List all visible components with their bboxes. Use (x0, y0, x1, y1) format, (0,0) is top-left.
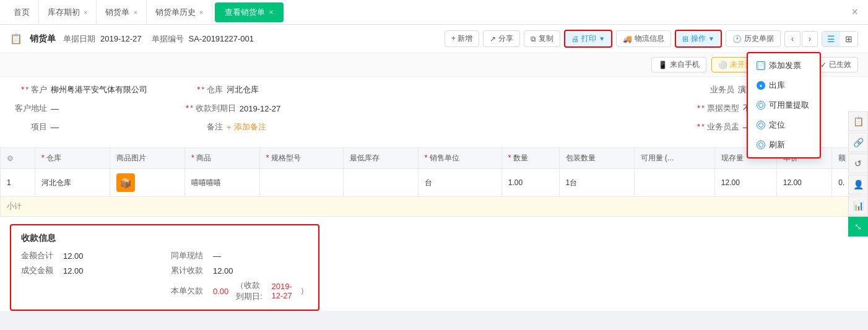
prev-record-button[interactable]: ‹ (784, 31, 801, 47)
side-icon-chart[interactable]: 📊 (848, 196, 868, 215)
warehouse-value: 河北仓库 (227, 84, 259, 95)
available-qty-icon (757, 101, 765, 110)
total-amount-label: 金额合计 (21, 250, 58, 261)
invoice-type-label: * 票据类型 (697, 103, 739, 114)
cell-stock: 12.00 (714, 169, 776, 197)
project-label: 项目 (10, 121, 47, 132)
new-button[interactable]: + 新增 (445, 30, 479, 47)
cumulative-value: 12.00 (213, 266, 233, 276)
col-warehouse: * 仓库 (35, 148, 110, 169)
col-available: 可用量 (... (634, 148, 714, 169)
history-button[interactable]: 🕐 历史单据 (726, 30, 781, 47)
arrears-value: 0.00 (213, 287, 228, 296)
cell-index: 1 (1, 169, 35, 197)
same-order-item: 同单现结 — (171, 250, 308, 261)
share-button[interactable]: ↗ 分享 (483, 30, 520, 47)
list-view-button[interactable]: ☰ (822, 32, 840, 46)
tab-view-sales-order[interactable]: 查看销货单 × (215, 2, 284, 22)
products-table: ⚙ * 仓库 商品图片 * 商品 * 规格型号 最低库存 * 销售单位 * 数量… (0, 147, 868, 217)
next-record-button[interactable]: › (802, 31, 818, 47)
tab-bar-close-button[interactable]: × (846, 6, 863, 19)
tab-sales-history[interactable]: 销货单历史 × (147, 0, 212, 25)
tab-inventory-init[interactable]: 库存期初 × (39, 0, 97, 25)
side-icon-doc[interactable]: 📋 (848, 111, 868, 131)
dropdown-item-add-invoice[interactable]: 📄 添加发票 (748, 56, 820, 76)
operations-dropdown: 📄 添加发票 ● 出库 可用量提取 定位 (747, 52, 821, 158)
table-header: ⚙ * 仓库 商品图片 * 商品 * 规格型号 最低库存 * 销售单位 * 数量… (1, 148, 868, 169)
same-order-value: — (213, 251, 221, 261)
col-pack-qty: 包装数量 (559, 148, 634, 169)
cell-product-img: 📦 (110, 169, 185, 197)
doc-meta: 单据日期 2019-12-27 单据编号 SA-20191227-001 (63, 33, 254, 45)
logistics-button[interactable]: 🚚 物流信息 (616, 30, 671, 47)
tab-home[interactable]: 首页 (5, 0, 39, 25)
total-amount-value: 12.00 (63, 251, 84, 261)
cell-unit-price: 12.00 (776, 169, 831, 197)
from-phone-button[interactable]: 📱 来自手机 (651, 57, 706, 72)
cumulative-item: 累计收款 12.00 (171, 265, 308, 276)
share-icon: ↗ (490, 35, 496, 43)
copy-button[interactable]: ⧉ 复制 (524, 30, 560, 47)
arrears-suffix: ） (300, 285, 308, 297)
project-value: — (51, 123, 59, 132)
col-settings[interactable]: ⚙ (1, 148, 35, 169)
col-product-img: 商品图片 (110, 148, 185, 169)
phone-icon: 📱 (658, 61, 667, 69)
side-icon-link[interactable]: 🔗 (848, 132, 868, 152)
view-toggle: ☰ ⊞ (822, 31, 858, 47)
side-icon-user[interactable]: 👤 (848, 175, 868, 194)
operations-dropdown-arrow: ▼ (708, 35, 714, 42)
payment-due-value: 2019-12-27 (240, 104, 281, 113)
cumulative-label: 累计收款 (171, 265, 208, 276)
table-row: 1 河北仓库 📦 嘻嘻嘻嘻 台 1.00 1台 12.00 12.0 (1, 169, 868, 197)
dropdown-item-refresh[interactable]: 刷新 (748, 135, 820, 155)
doc-title-area: 📋 销货单 单据日期 2019-12-27 单据编号 SA-20191227-0… (10, 33, 445, 45)
cell-product: 嘻嘻嘻嘻 (184, 169, 259, 197)
project-field: 项目 — (10, 121, 171, 132)
cell-warehouse: 河北仓库 (35, 169, 110, 197)
effective-icon: ✓ (820, 61, 827, 69)
cell-sales-unit: 台 (418, 169, 501, 197)
customer-label: * 客户 (10, 84, 47, 95)
form-section: * 客户 柳州粤港平安气体有限公司 * 仓库 河北仓库 业务员 演示账号 客户地… (0, 77, 868, 147)
close-tab-sales[interactable]: × (133, 9, 137, 16)
col-sales-unit: * 销售单位 (418, 148, 501, 169)
customer-addr-label: 客户地址 (10, 103, 47, 114)
close-tab-inventory[interactable]: × (84, 9, 87, 16)
dropdown-item-outbound[interactable]: ● 出库 (748, 76, 820, 95)
transaction-amount-item: 成交金额 12.00 (21, 265, 158, 276)
note-label: 备注 (186, 121, 223, 132)
cell-pack-qty: 1台 (559, 169, 634, 197)
gear-icon: ⚙ (7, 154, 14, 163)
cell-available (634, 169, 714, 197)
subtotal-row: 小计 (1, 197, 868, 217)
operations-button[interactable]: ⊞ 操作 ▼ (675, 30, 722, 48)
dropdown-item-available-qty[interactable]: 可用量提取 (748, 95, 820, 115)
subtotal-label: 小计 (1, 197, 868, 217)
payment-due-field: * 收款到期日 2019-12-27 (186, 103, 347, 114)
side-icon-expand[interactable]: ⤡ (848, 217, 868, 237)
side-icon-refresh[interactable]: ↺ (848, 154, 868, 173)
form-row-2: 客户地址 — * 收款到期日 2019-12-27 * 票据类型 不开票 (10, 103, 858, 114)
status-bar: 📱 来自手机 ⚪ 未开票 ✓ 已核销 ✓ 已生效 (0, 53, 868, 77)
arrears-item: 本单欠款 0.00 （收款到期日: 2019-12-27 ） (171, 280, 308, 302)
same-order-label: 同单现结 (171, 250, 208, 261)
salesperson-label: 业务员 (697, 84, 734, 95)
salesperson2-label: * 业务员盂 (697, 121, 739, 132)
add-note-button[interactable]: + 添加备注 (227, 121, 266, 132)
refresh-icon (757, 141, 765, 149)
dropdown-item-locate[interactable]: 定位 (748, 115, 820, 135)
grid-view-button[interactable]: ⊞ (840, 32, 857, 46)
note-field: 备注 + 添加备注 (186, 121, 347, 132)
product-img-icon: 📦 (119, 177, 132, 189)
transaction-value: 12.00 (63, 266, 84, 276)
arrears-label: 本单欠款 (171, 285, 208, 297)
doc-type-label: 销货单 (30, 33, 56, 45)
close-tab-view[interactable]: × (269, 7, 274, 17)
tab-sales-order[interactable]: 销货单 × (97, 0, 146, 25)
close-tab-history[interactable]: × (199, 9, 203, 16)
print-button[interactable]: 🖨 打印 ▼ (564, 30, 612, 48)
table-body: 1 河北仓库 📦 嘻嘻嘻嘻 台 1.00 1台 12.00 12.0 (1, 169, 868, 217)
form-row-3: 项目 — 备注 + 添加备注 * 业务员盂 — (10, 121, 858, 132)
doc-no-label: 单据编号 SA-20191227-001 (152, 33, 254, 45)
